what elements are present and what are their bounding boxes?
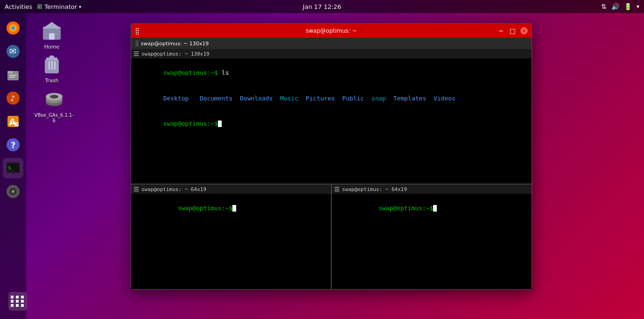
svg-rect-8 bbox=[7, 71, 13, 73]
desktop-icon-home[interactable]: Home bbox=[33, 18, 70, 52]
pane-bottom-left-header: swap@optimus: ~ 64x19 bbox=[131, 184, 331, 194]
svg-text:✉: ✉ bbox=[9, 47, 16, 56]
svg-marker-26 bbox=[42, 22, 61, 28]
svg-rect-32 bbox=[51, 61, 53, 70]
svg-text:?: ? bbox=[11, 140, 15, 150]
svg-text:$_: $_ bbox=[8, 165, 14, 171]
terminal-tab: ⣿ swap@optimus: ~ 130x19 bbox=[131, 38, 532, 49]
dock-disk[interactable] bbox=[3, 181, 23, 202]
home-folder-icon bbox=[41, 20, 63, 42]
close-button[interactable]: ✕ bbox=[520, 27, 528, 35]
dock-thunderbird[interactable]: ✉ bbox=[3, 41, 23, 62]
topbar-app-name: Terminator bbox=[44, 3, 77, 10]
terminal-title: swap@optimus: ~ bbox=[306, 28, 357, 34]
pane-top-title: swap@optimus: ~ 130x19 bbox=[141, 51, 210, 57]
dock: ✉ ♪ A + bbox=[0, 13, 26, 319]
desktop-icon-vbox[interactable]: VBox_GAs_6.1.1-6 bbox=[33, 86, 75, 126]
vbox-disk-icon bbox=[43, 88, 65, 111]
svg-point-24 bbox=[12, 190, 14, 193]
terminal-pane-bottom: swap@optimus: ~ 64x19 swap@optimus:~$ bbox=[131, 184, 532, 289]
appinstaller-icon: A + bbox=[6, 114, 21, 129]
svg-rect-30 bbox=[49, 56, 54, 58]
thunderbird-icon: ✉ bbox=[6, 44, 21, 59]
terminal-body: swap@optimus: ~ 130x19 swap@optimus:~$ l… bbox=[131, 49, 532, 289]
terminal-pane-bottom-left[interactable]: swap@optimus: ~ 64x19 swap@optimus:~$ bbox=[131, 184, 332, 289]
terminal-tab-label[interactable]: swap@optimus: ~ 130x19 bbox=[141, 41, 209, 47]
desktop-icon-trash[interactable]: Trash bbox=[33, 51, 70, 85]
vbox-icon-label: VBox_GAs_6.1.1-6 bbox=[35, 113, 74, 124]
pane-top-grip bbox=[134, 51, 139, 56]
topbar-app-dropdown-icon: ▾ bbox=[79, 4, 81, 9]
dock-terminator[interactable]: $_ bbox=[3, 158, 23, 178]
maximize-button[interactable]: □ bbox=[508, 27, 518, 35]
topbar-right: ⇅ 🔊 🔋 ▾ bbox=[601, 3, 639, 10]
files-icon bbox=[6, 67, 21, 82]
dock-files[interactable] bbox=[3, 64, 23, 85]
terminal-titlebar[interactable]: ⣿ swap@optimus: ~ ─ □ ✕ bbox=[131, 24, 532, 38]
network-icon[interactable]: ⇅ bbox=[601, 3, 607, 10]
pane-bottom-left-content[interactable]: swap@optimus:~$ bbox=[131, 194, 331, 289]
terminal-window: ⣿ swap@optimus: ~ ─ □ ✕ ⣿ swap@optimus: … bbox=[131, 23, 532, 290]
svg-text:+: + bbox=[15, 121, 19, 127]
terminal-pane-bottom-right[interactable]: swap@optimus: ~ 64x19 swap@optimus:~$ bbox=[332, 184, 532, 289]
pane-bottom-left-grip bbox=[134, 187, 139, 191]
topbar-left: Activities $_ Terminator ▾ bbox=[5, 3, 81, 10]
svg-text:$_: $_ bbox=[38, 5, 42, 9]
pane-top-ls-output: Desktop Documents Downloads Music Pictur… bbox=[134, 86, 529, 112]
dock-firefox[interactable] bbox=[3, 18, 23, 38]
terminal-pane-top[interactable]: swap@optimus: ~ 130x19 swap@optimus:~$ l… bbox=[131, 49, 532, 184]
topbar-app-menu[interactable]: $_ Terminator ▾ bbox=[37, 3, 81, 10]
pane-bottom-right-grip bbox=[335, 187, 339, 191]
apps-grid-icon bbox=[11, 296, 25, 307]
home-icon-label: Home bbox=[44, 44, 59, 50]
dock-appinstaller[interactable]: A + bbox=[3, 111, 23, 132]
svg-point-37 bbox=[50, 95, 58, 99]
rhythmbox-icon: ♪ bbox=[6, 91, 21, 106]
battery-icon[interactable]: 🔋 bbox=[624, 3, 632, 10]
svg-rect-31 bbox=[49, 61, 50, 70]
svg-text:♪: ♪ bbox=[10, 94, 15, 103]
dock-help[interactable]: ? bbox=[3, 135, 23, 155]
help-icon: ? bbox=[6, 137, 21, 152]
pane-bottom-left-title: swap@optimus: ~ 64x19 bbox=[141, 186, 206, 192]
power-icon[interactable]: ▾ bbox=[637, 3, 639, 10]
pane-bottom-right-header: swap@optimus: ~ 64x19 bbox=[332, 184, 532, 194]
firefox-icon bbox=[6, 21, 21, 35]
terminal-controls: ─ □ ✕ bbox=[497, 27, 528, 35]
svg-rect-10 bbox=[9, 77, 15, 78]
svg-point-4 bbox=[11, 26, 15, 30]
svg-rect-27 bbox=[49, 33, 55, 40]
pane-bottom-right-title: swap@optimus: ~ 64x19 bbox=[342, 186, 407, 192]
volume-icon[interactable]: 🔊 bbox=[611, 3, 619, 10]
dock-rhythmbox[interactable]: ♪ bbox=[3, 88, 23, 108]
topbar-datetime: Jan 17 12:26 bbox=[303, 3, 341, 10]
trash-can-icon bbox=[41, 53, 63, 76]
pane-top-header: swap@optimus: ~ 130x19 bbox=[131, 49, 532, 58]
terminator-dock-icon: $_ bbox=[6, 161, 21, 176]
topbar: Activities $_ Terminator ▾ Jan 17 12:26 … bbox=[0, 0, 644, 13]
pane-top-line1: swap@optimus:~$ ls bbox=[134, 60, 529, 86]
pane-bottom-right-content[interactable]: swap@optimus:~$ bbox=[332, 194, 532, 289]
svg-rect-9 bbox=[9, 75, 17, 76]
pane-bottom-right-prompt: swap@optimus:~$ bbox=[335, 196, 529, 221]
svg-rect-33 bbox=[54, 61, 56, 70]
terminal-icon: $_ bbox=[37, 4, 42, 9]
pane-bottom-left-prompt: swap@optimus:~$ bbox=[134, 196, 328, 221]
show-apps-button[interactable] bbox=[8, 292, 27, 311]
terminal-grip-left: ⣿ bbox=[135, 27, 140, 35]
terminal-tab-grip: ⣿ bbox=[135, 40, 139, 47]
activities-button[interactable]: Activities bbox=[5, 3, 32, 10]
pane-top-prompt2: swap@optimus:~$ bbox=[134, 111, 529, 137]
minimize-button[interactable]: ─ bbox=[497, 27, 504, 35]
trash-icon-label: Trash bbox=[45, 78, 58, 84]
disk-icon bbox=[6, 184, 21, 199]
